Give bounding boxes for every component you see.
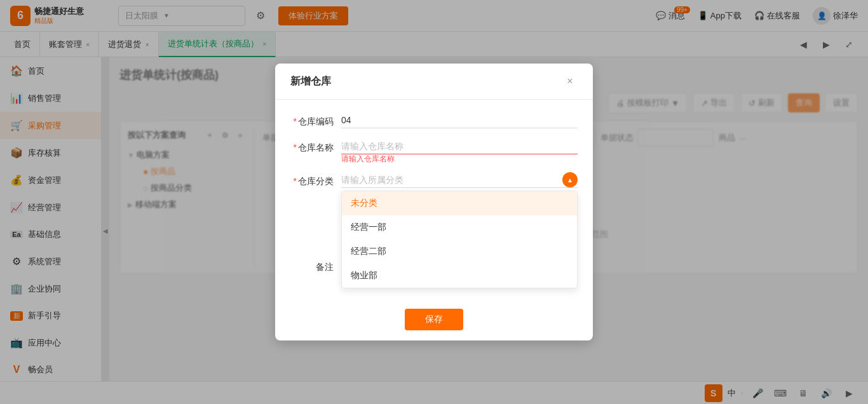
dropdown-item-property[interactable]: 物业部: [342, 264, 577, 288]
form-row-name: 仓库名称 请输入仓库名称: [290, 138, 578, 154]
form-name-label: 仓库名称: [290, 138, 341, 154]
dropdown-item-dept2[interactable]: 经营二部: [342, 239, 577, 264]
dropdown-item-dept1[interactable]: 经营一部: [342, 215, 577, 239]
modal-footer: 保存: [275, 299, 593, 340]
dropdown-item-uncategorized[interactable]: 未分类: [342, 191, 577, 215]
form-category-label: 仓库分类: [290, 172, 341, 187]
modal-close-button[interactable]: ×: [562, 74, 578, 89]
form-notes-label: 备注: [290, 258, 341, 273]
modal-body: 仓库编码 仓库名称 请输入仓库名称 仓库分类 ▲ 未分类 经营一部 经营二部 物…: [275, 100, 593, 299]
category-dropdown-toggle[interactable]: ▲: [562, 172, 578, 187]
warehouse-code-input[interactable]: [341, 112, 578, 128]
modal-title: 新增仓库: [290, 75, 331, 88]
form-row-category: 仓库分类 ▲ 未分类 经营一部 经营二部 物业部: [290, 172, 578, 188]
category-select-input: ▲: [341, 172, 578, 188]
warehouse-name-input[interactable]: [341, 138, 578, 154]
warehouse-name-error: 请输入仓库名称: [341, 154, 395, 165]
new-warehouse-modal: 新增仓库 × 仓库编码 仓库名称 请输入仓库名称 仓库分类 ▲ 未分类: [275, 64, 593, 340]
form-row-code: 仓库编码: [290, 112, 578, 128]
modal-header: 新增仓库 ×: [275, 64, 593, 100]
modal-save-button[interactable]: 保存: [405, 309, 463, 330]
form-code-label: 仓库编码: [290, 112, 341, 128]
category-input[interactable]: [341, 175, 578, 185]
category-dropdown-list: 未分类 经营一部 经营二部 物业部: [341, 191, 578, 288]
category-select-container: ▲ 未分类 经营一部 经营二部 物业部: [341, 172, 578, 188]
